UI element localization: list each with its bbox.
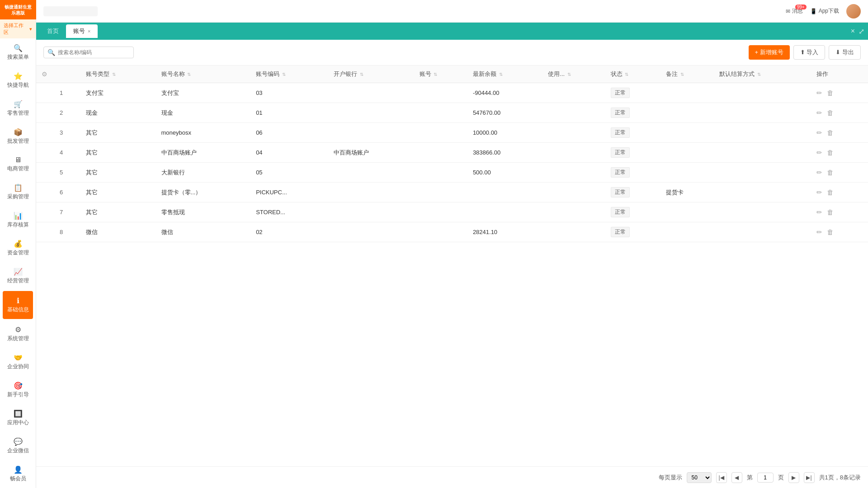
export-button[interactable]: ⬇ 导出 (829, 45, 861, 60)
edit-btn[interactable]: ✏ (816, 208, 822, 216)
page-size-select[interactable]: 50 100 200 (687, 472, 712, 483)
sidebar-item-inventory[interactable]: 📊 库存核算 (0, 206, 36, 234)
delete-btn[interactable]: 🗑 (827, 169, 834, 176)
row-settle (714, 103, 811, 123)
sort-note-icon[interactable]: ⇅ (680, 72, 684, 77)
sidebar-item-ecommerce-mgmt[interactable]: 🖥 电商管理 (0, 150, 36, 178)
row-checkbox (36, 183, 54, 202)
page-label: 第 (747, 474, 753, 482)
sidebar-label-system-mgmt: 系统管理 (7, 335, 29, 343)
message-badge: 99+ (795, 5, 807, 9)
edit-btn[interactable]: ✏ (816, 109, 822, 117)
sidebar-label-member: 畅会员 (10, 475, 26, 483)
row-name: 支付宝 (156, 83, 251, 103)
tab-close-btn[interactable]: × (851, 27, 855, 35)
col-name: 账号名称 ⇅ (156, 66, 251, 83)
newbie-guide-icon: 🎯 (14, 381, 23, 390)
tab-expand-btn[interactable]: ⤢ (859, 27, 864, 36)
edit-btn[interactable]: ✏ (816, 188, 822, 196)
row-bank (328, 222, 414, 242)
row-no: 3 (54, 123, 80, 143)
workspace-dropdown[interactable]: 选择工作区 ▾ (0, 19, 36, 38)
status-badge: 正常 (611, 207, 630, 217)
search-input[interactable] (58, 49, 130, 56)
sidebar-label-operations-mgmt: 经营管理 (7, 277, 29, 285)
next-page-btn[interactable]: ▶ (788, 472, 799, 483)
sidebar-item-system-mgmt[interactable]: ⚙ 系统管理 (0, 320, 36, 348)
sort-code-icon[interactable]: ⇅ (282, 72, 286, 77)
sidebar-item-retail-mgmt[interactable]: 🛒 零售管理 (0, 94, 36, 122)
message-button[interactable]: ✉ 消息 99+ (786, 7, 803, 15)
delete-btn[interactable]: 🗑 (827, 89, 834, 97)
row-status: 正常 (605, 143, 661, 163)
edit-btn[interactable]: ✏ (816, 149, 822, 156)
row-name: 中百商场账户 (156, 143, 251, 163)
header-search-input[interactable] (43, 6, 98, 16)
column-settings-icon[interactable]: ⚙ (42, 70, 47, 78)
sort-use-icon[interactable]: ⇅ (567, 72, 571, 77)
sidebar-label-inventory: 库存核算 (7, 221, 29, 229)
row-code: 06 (250, 123, 328, 143)
sidebar-item-newbie-guide[interactable]: 🎯 新手引导 (0, 376, 36, 404)
user-avatar[interactable] (846, 4, 861, 19)
sort-name-icon[interactable]: ⇅ (187, 72, 191, 77)
row-type: 微信 (80, 222, 156, 242)
current-page-input[interactable] (757, 473, 774, 483)
sidebar-item-search-menu[interactable]: 🔍 搜索菜单 (0, 38, 36, 66)
sort-status-icon[interactable]: ⇅ (625, 72, 628, 77)
delete-btn[interactable]: 🗑 (827, 129, 834, 136)
sidebar-item-enterprise-agreement[interactable]: 🤝 企业协同 (0, 348, 36, 376)
edit-btn[interactable]: ✏ (816, 228, 822, 236)
row-no: 1 (54, 83, 80, 103)
delete-btn[interactable]: 🗑 (827, 228, 834, 236)
system-mgmt-icon: ⚙ (15, 325, 21, 334)
delete-btn[interactable]: 🗑 (827, 149, 834, 156)
tab-account[interactable]: 账号 × (66, 24, 98, 38)
prev-page-btn[interactable]: ◀ (731, 472, 742, 483)
edit-btn[interactable]: ✏ (816, 89, 822, 97)
sort-balance-icon[interactable]: ⇅ (499, 72, 503, 77)
edit-btn[interactable]: ✏ (816, 169, 822, 176)
sort-bank-icon[interactable]: ⇅ (360, 72, 363, 77)
sidebar-item-purchase-mgmt[interactable]: 📋 采购管理 (0, 178, 36, 206)
row-type: 支付宝 (80, 83, 156, 103)
row-balance (467, 202, 543, 222)
sidebar-item-operations-mgmt[interactable]: 📈 经营管理 (0, 262, 36, 290)
delete-btn[interactable]: 🗑 (827, 188, 834, 196)
sidebar-item-finance-mgmt[interactable]: 💰 资金管理 (0, 234, 36, 262)
sort-account-icon[interactable]: ⇅ (434, 72, 437, 77)
sidebar-item-app-center[interactable]: 🔲 应用中心 (0, 404, 36, 432)
import-button[interactable]: ⬆ 导入 (793, 45, 826, 60)
sidebar-label-app-center: 应用中心 (7, 419, 29, 427)
table-header-row: ⚙ 账号类型 ⇅ 账号名称 ⇅ 账号编码 ⇅ 开户银行 ⇅ 账号 ⇅ 最新余额 … (36, 66, 868, 83)
last-page-btn[interactable]: ▶| (804, 472, 815, 483)
row-action: ✏ 🗑 (811, 123, 868, 143)
sidebar-label-retail-mgmt: 零售管理 (7, 109, 29, 117)
sidebar-item-wholesale-mgmt[interactable]: 📦 批发管理 (0, 122, 36, 150)
sidebar-item-enterprise-wechat[interactable]: 💬 企业微信 (0, 432, 36, 460)
col-account: 账号 ⇅ (414, 66, 467, 83)
table-row: 6 其它 提货卡（零...） PICKUPC... 正常 提货卡 ✏ 🗑 (36, 183, 868, 202)
row-bank (328, 183, 414, 202)
sidebar-label-enterprise-agreement: 企业协同 (7, 363, 29, 371)
sort-type-icon[interactable]: ⇅ (112, 72, 116, 77)
status-badge: 正常 (611, 187, 630, 197)
first-page-btn[interactable]: |◀ (716, 472, 727, 483)
sidebar-item-member[interactable]: 👤 畅会员 (0, 460, 36, 488)
row-code: 04 (250, 143, 328, 163)
delete-btn[interactable]: 🗑 (827, 109, 834, 117)
edit-btn[interactable]: ✏ (816, 129, 822, 136)
sidebar-label-ecommerce-mgmt: 电商管理 (7, 165, 29, 173)
delete-btn[interactable]: 🗑 (827, 208, 834, 216)
tab-account-close[interactable]: × (88, 28, 90, 34)
col-bank: 开户银行 ⇅ (328, 66, 414, 83)
row-account (414, 83, 467, 103)
row-no: 6 (54, 183, 80, 202)
add-account-button[interactable]: + 新增账号 (749, 45, 790, 60)
app-download-button[interactable]: 📱 App下载 (810, 7, 839, 15)
tab-home[interactable]: 首页 (40, 24, 66, 38)
sort-settle-icon[interactable]: ⇅ (757, 72, 761, 77)
row-settle (714, 202, 811, 222)
sidebar-item-quick-nav[interactable]: ⭐ 快捷导航 (0, 66, 36, 94)
sidebar-item-basic-info[interactable]: ℹ 基础信息 (3, 291, 33, 319)
